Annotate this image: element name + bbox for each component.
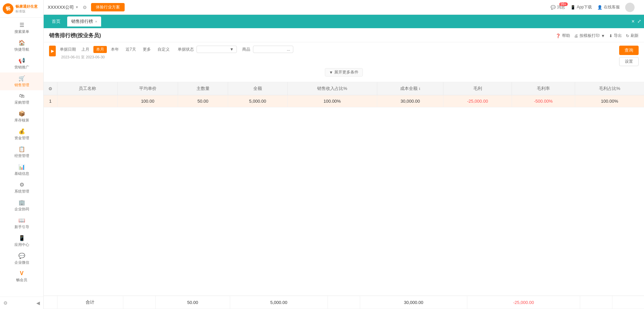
tab-sales-ranking[interactable]: 销售排行榜 × — [67, 16, 101, 27]
sales-icon: 🛒 — [18, 75, 25, 82]
message-badge: 99+ — [559, 2, 568, 6]
sidebar-settings-btn[interactable]: ⚙ — [3, 300, 8, 306]
online-service-btn[interactable]: 👤 在线客服 — [597, 4, 620, 10]
window-close-btn[interactable]: × — [632, 18, 635, 24]
help-icon: ❓ — [556, 34, 561, 38]
date-tab-7days[interactable]: 近7天 — [123, 46, 139, 53]
sidebar-item-apps[interactable]: 📱 应用中心 — [0, 232, 43, 250]
message-icon: 💬 — [551, 5, 556, 10]
cell-name — [57, 95, 118, 107]
footer-profit: -25,000.00 — [467, 296, 580, 309]
cell-rank: 1 — [44, 95, 57, 107]
sidebar-label-wechat: 企业微信 — [14, 260, 29, 265]
cell-cost: 30,000.00 — [377, 95, 443, 107]
footer-empty1 — [44, 296, 57, 309]
sidebar-label-search-order: 搜索菜单 — [14, 29, 29, 34]
date-filter: 单据日期 上月 本月 本年 近7天 更多 自定义 — [60, 46, 172, 53]
marketing-icon: 📢 — [18, 57, 25, 64]
refresh-icon: ↻ — [626, 34, 629, 38]
col-avg-price: 平均单价 — [118, 82, 178, 95]
operation-icon: 📋 — [18, 146, 25, 152]
tab-home[interactable]: 首页 — [46, 16, 66, 27]
sidebar-label-system: 系统管理 — [14, 189, 29, 194]
tabsbar-right: × ⤢ — [632, 18, 641, 24]
sidebar-label-inventory: 库存核算 — [14, 118, 29, 123]
app-download-btn[interactable]: 📱 App下载 — [570, 4, 592, 10]
goods-filter: 商品 ... — [242, 46, 293, 53]
sidebar-collapse-btn[interactable]: ◀ — [36, 300, 40, 306]
footer-label: 合计 — [57, 296, 123, 309]
print-btn[interactable]: 🖨 按模板打印 ▼ — [574, 33, 605, 39]
logo-text: 畅康通好生意 标准版 — [15, 4, 38, 14]
status-select[interactable]: ▼ — [197, 46, 237, 53]
date-tab-this-year[interactable]: 本年 — [108, 46, 122, 53]
company-name: XXXXXX公司 — [48, 4, 74, 10]
avatar[interactable] — [625, 3, 635, 12]
export-btn[interactable]: ⬇ 导出 — [609, 33, 622, 39]
print-icon: 🖨 — [574, 34, 578, 38]
sidebar-item-basic[interactable]: 📊 基础信息 — [0, 161, 43, 179]
cost-info-icon[interactable]: ℹ — [419, 87, 420, 91]
sidebar-item-guide[interactable]: 📖 新手引导 — [0, 214, 43, 232]
sidebar-item-operation[interactable]: 📋 经营管理 — [0, 143, 43, 161]
sales-ranking-table: ⚙ 员工名称 平均单价 主数量 全额 销售收入占比% 成本全额 ℹ 毛利 毛利率… — [44, 82, 644, 107]
sidebar-label-finance: 资金管理 — [14, 136, 29, 141]
cell-avg-price: 100.00 — [118, 95, 178, 107]
page-content: 销售排行榜(按业务员) ❓ 帮助 🖨 按模板打印 ▼ ⬇ 导出 ↻ 刷新 — [44, 28, 644, 309]
system-icon: ⚙ — [19, 182, 24, 188]
filter-area: ▶ 单据日期 上月 本月 本年 近7天 更多 自定义 — [44, 42, 644, 82]
sidebar-item-quick-nav[interactable]: 🏠 快捷导航 — [0, 37, 43, 55]
company-dropdown-arrow: ▼ — [75, 5, 79, 9]
industry-button[interactable]: 体验行业方案 — [91, 3, 125, 11]
sidebar-item-inventory[interactable]: 📦 库存核算 — [0, 108, 43, 125]
member-icon: V — [20, 270, 24, 276]
logo-icon: 畅 — [3, 3, 13, 14]
sidebar-item-finance[interactable]: 💰 资金管理 — [0, 125, 43, 143]
message-btn[interactable]: 💬 消息 99+ — [551, 4, 565, 10]
goods-filter-label: 商品 — [242, 47, 250, 52]
status-select-arrow: ▼ — [230, 47, 234, 52]
status-filter: 单据状态 ▼ — [178, 46, 237, 53]
cell-qty: 50.00 — [178, 95, 228, 107]
filter-arrow-btn[interactable]: ▶ — [49, 46, 56, 56]
date-tab-more[interactable]: 更多 — [140, 46, 154, 53]
help-btn[interactable]: ❓ 帮助 — [556, 33, 570, 39]
purchase-icon: 🛍 — [19, 93, 25, 99]
col-sales-ratio: 销售收入占比% — [287, 82, 377, 95]
expand-conditions-btn[interactable]: ▼ 展开更多条件 — [325, 68, 363, 76]
expand-icon: ▼ — [329, 70, 333, 75]
col-qty: 主数量 — [178, 82, 228, 95]
sidebar-item-marketing[interactable]: 📢 营销推广 — [0, 55, 43, 72]
sidebar-item-wechat[interactable]: 💬 企业微信 — [0, 250, 43, 268]
sidebar-label-member: 畅会员 — [16, 277, 27, 282]
col-settings[interactable]: ⚙ — [44, 82, 57, 95]
tab-close-icon[interactable]: × — [95, 19, 97, 23]
topbar-settings-icon[interactable]: ⚙ — [83, 5, 87, 10]
sidebar-item-enterprise[interactable]: 🏢 企业协同 — [0, 197, 43, 214]
page-header-actions: ❓ 帮助 🖨 按模板打印 ▼ ⬇ 导出 ↻ 刷新 — [556, 33, 639, 39]
sidebar-item-sales[interactable]: 🛒 销售管理 — [0, 72, 43, 90]
date-tab-custom[interactable]: 自定义 — [155, 46, 172, 53]
date-tab-last-month[interactable]: 上月 — [79, 46, 92, 53]
sidebar-item-system[interactable]: ⚙ 系统管理 — [0, 179, 43, 197]
expand-row: ▼ 展开更多条件 — [49, 66, 639, 79]
company-selector[interactable]: XXXXXX公司 ▼ — [48, 4, 79, 10]
sidebar-item-member[interactable]: V 畅会员 — [0, 268, 43, 285]
window-expand-btn[interactable]: ⤢ — [637, 18, 641, 24]
footer-qty: 50.00 — [156, 296, 230, 309]
sidebar-label-basic: 基础信息 — [14, 171, 29, 176]
cell-amount: 5,000.00 — [228, 95, 287, 107]
sidebar-label-sales: 销售管理 — [14, 83, 29, 88]
sidebar-item-purchase[interactable]: 🛍 采购管理 — [0, 90, 43, 108]
sidebar-item-search-order[interactable]: ☰ 搜索菜单 — [0, 19, 43, 37]
export-icon: ⬇ — [609, 34, 612, 38]
date-tab-this-month[interactable]: 本月 — [93, 46, 107, 53]
goods-input[interactable]: ... — [253, 46, 293, 53]
table-row: 1 100.00 50.00 5,000.00 100.00% 30,000.0… — [44, 95, 644, 107]
setting-button[interactable]: 设置 — [619, 57, 639, 66]
date-range-display: 2023-06-01 至 2023-06-30 — [61, 55, 105, 59]
refresh-btn[interactable]: ↻ 刷新 — [626, 33, 639, 39]
footer-row: 合计 50.00 5,000.00 30,000.00 -25,000.00 — [44, 296, 644, 309]
query-button[interactable]: 查询 — [619, 46, 639, 55]
sidebar-label-guide: 新手引导 — [14, 224, 29, 229]
